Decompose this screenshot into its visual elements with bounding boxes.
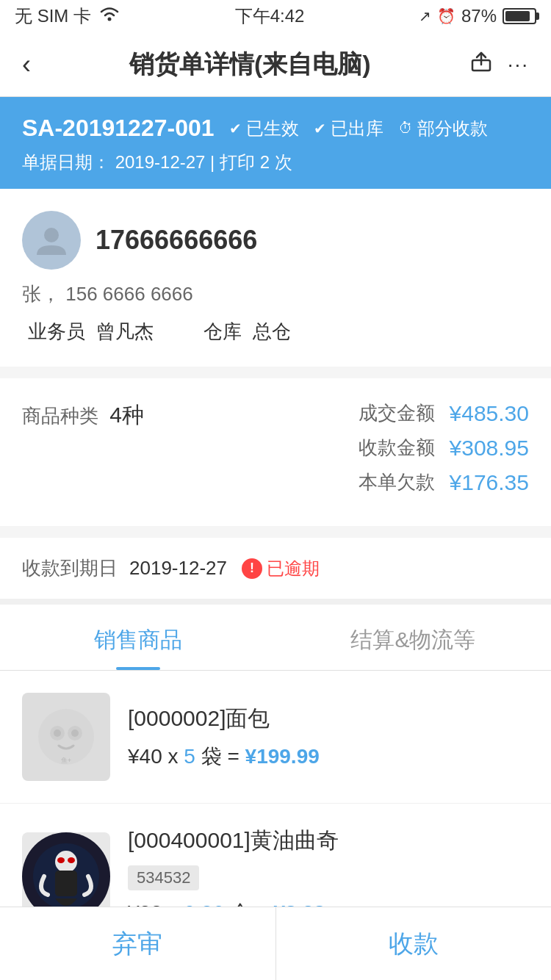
tab-sales-products[interactable]: 销售商品 — [0, 605, 276, 670]
svg-rect-13 — [55, 871, 77, 896]
warehouse-value: 总仓 — [253, 320, 291, 342]
customer-top: 17666666666 — [22, 211, 529, 270]
sales-person-value: 曾凡杰 — [96, 320, 154, 342]
wifi-icon — [98, 6, 120, 26]
order-id: SA-20191227-001 — [22, 115, 215, 142]
svg-point-3 — [44, 228, 59, 242]
page-title: 销货单详情(来自电脑) — [31, 48, 469, 82]
product-tag-2: 534532 — [128, 865, 199, 890]
order-date: 2019-12-27 — [115, 152, 206, 172]
customer-phone2: 156 6666 6666 — [65, 283, 193, 305]
product-qty-1: 5 — [184, 745, 195, 768]
svg-point-7 — [54, 729, 61, 737]
alarm-icon: ⏰ — [437, 7, 455, 25]
amount-fields: 成交金额 ¥485.30 收款金额 ¥308.95 本单欠款 ¥176.35 — [359, 400, 529, 504]
sales-label: 业务员 — [28, 320, 85, 342]
owl-icon: 鱼+ — [37, 707, 96, 766]
table-row: 鱼+ [0000002]面包 ¥40 x 5 袋 = ¥199.99 — [0, 671, 551, 804]
status-right: ↗ ⏰ 87% — [419, 6, 536, 26]
overdue-badge: ! 已逾期 — [242, 557, 320, 580]
customer-phone: 17666666666 — [96, 225, 257, 256]
stats-section: 商品种类 4种 成交金额 ¥485.30 收款金额 ¥308.95 本单欠款 ¥… — [0, 378, 551, 526]
product-type-value: 4种 — [109, 403, 144, 427]
status-bar: 无 SIM 卡 下午4:42 ↗ ⏰ 87% — [0, 0, 551, 32]
debt-label: 本单欠款 — [359, 469, 435, 495]
amount-value: ¥485.30 — [450, 401, 529, 426]
product-price-value-1: ¥40 — [128, 745, 162, 768]
location-icon: ↗ — [419, 7, 431, 25]
battery-icon — [503, 8, 536, 24]
cancel-review-button[interactable]: 弃审 — [0, 907, 276, 980]
customer-meta: 业务员 曾凡杰 仓库 总仓 — [22, 319, 529, 345]
effective-check-icon: ✔ — [229, 120, 242, 137]
due-date-label: 收款到期日 — [22, 555, 118, 581]
nav-bar: ‹ 销货单详情(来自电脑) ··· — [0, 32, 551, 97]
product-info-1: [0000002]面包 ¥40 x 5 袋 = ¥199.99 — [128, 704, 529, 771]
print-label: | 打印 — [210, 152, 255, 172]
tab-settlement-label: 结算&物流等 — [350, 627, 475, 652]
bottom-bar: 弃审 收款 — [0, 907, 551, 980]
due-date-value: 2019-12-27 — [129, 557, 227, 580]
product-unit-1: 袋 — [201, 745, 222, 768]
svg-point-0 — [108, 18, 112, 21]
battery-fill — [505, 11, 530, 21]
status-badge-shipped: ✔ 已出库 — [314, 117, 383, 140]
product-thumbnail-1: 鱼+ — [22, 693, 110, 781]
product-name-2: [000400001]黄油曲奇 — [128, 826, 529, 856]
print-count: 2 — [260, 152, 270, 172]
carrier-text: 无 SIM 卡 — [15, 4, 91, 28]
customer-name-text: 张， — [22, 283, 60, 305]
product-eq-1: = — [227, 745, 245, 768]
product-name-1: [0000002]面包 — [128, 704, 529, 734]
product-price-1: ¥40 x 5 袋 = ¥199.99 — [128, 743, 529, 771]
back-button[interactable]: ‹ — [22, 49, 31, 80]
svg-point-14 — [57, 857, 65, 863]
due-section: 收款到期日 2019-12-27 ! 已逾期 — [0, 538, 551, 605]
amount-label: 成交金额 — [359, 400, 435, 426]
overdue-text: 已逾期 — [267, 557, 320, 580]
more-icon[interactable]: ··· — [508, 53, 529, 76]
banner-row2: 单据日期： 2019-12-27 | 打印 2 次 — [22, 151, 529, 174]
tab-settlement[interactable]: 结算&物流等 — [276, 605, 551, 670]
tab-bar: 销售商品 结算&物流等 — [0, 605, 551, 671]
battery-percent: 87% — [461, 6, 497, 26]
amount-item: 成交金额 ¥485.30 — [359, 400, 529, 426]
customer-detail: 张， 156 6666 6666 — [22, 281, 529, 307]
collect-payment-button[interactable]: 收款 — [276, 907, 552, 980]
product-type-field: 商品种类 4种 — [22, 400, 144, 430]
date-label: 单据日期： — [22, 152, 110, 172]
product-multiply-1: x — [168, 745, 184, 768]
overdue-icon: ! — [242, 558, 262, 579]
received-item: 收款金额 ¥308.95 — [359, 435, 529, 461]
debt-item: 本单欠款 ¥176.35 — [359, 469, 529, 495]
received-value: ¥308.95 — [450, 436, 529, 461]
svg-text:鱼+: 鱼+ — [61, 757, 71, 764]
svg-point-8 — [71, 729, 79, 737]
product-total-1: ¥199.99 — [245, 745, 320, 768]
warehouse-label: 仓库 — [204, 320, 242, 342]
stats-row: 商品种类 4种 成交金额 ¥485.30 收款金额 ¥308.95 本单欠款 ¥… — [22, 400, 529, 504]
print-suffix: 次 — [275, 152, 292, 172]
product-type-label: 商品种类 — [22, 405, 98, 427]
nav-right-actions: ··· — [469, 50, 529, 79]
avatar — [22, 211, 81, 270]
status-left: 无 SIM 卡 — [15, 4, 120, 28]
debt-value: ¥176.35 — [450, 470, 529, 495]
partial-clock-icon: ⏱ — [398, 120, 413, 137]
received-label: 收款金额 — [359, 435, 435, 461]
share-icon[interactable] — [469, 50, 493, 79]
svg-point-15 — [68, 857, 75, 863]
status-badge-effective: ✔ 已生效 — [229, 117, 299, 140]
shipped-check-icon: ✔ — [314, 120, 326, 137]
customer-section: 17666666666 张， 156 6666 6666 业务员 曾凡杰 仓库 … — [0, 189, 551, 367]
warehouse-field: 仓库 总仓 — [198, 319, 291, 345]
header-banner: SA-20191227-001 ✔ 已生效 ✔ 已出库 ⏱ 部分收款 单据日期：… — [0, 97, 551, 189]
banner-row1: SA-20191227-001 ✔ 已生效 ✔ 已出库 ⏱ 部分收款 — [22, 115, 529, 142]
tab-sales-label: 销售商品 — [94, 627, 182, 652]
time-display: 下午4:42 — [235, 4, 305, 28]
status-badge-partial: ⏱ 部分收款 — [398, 117, 488, 140]
sales-person-field: 业务员 曾凡杰 — [22, 319, 154, 345]
